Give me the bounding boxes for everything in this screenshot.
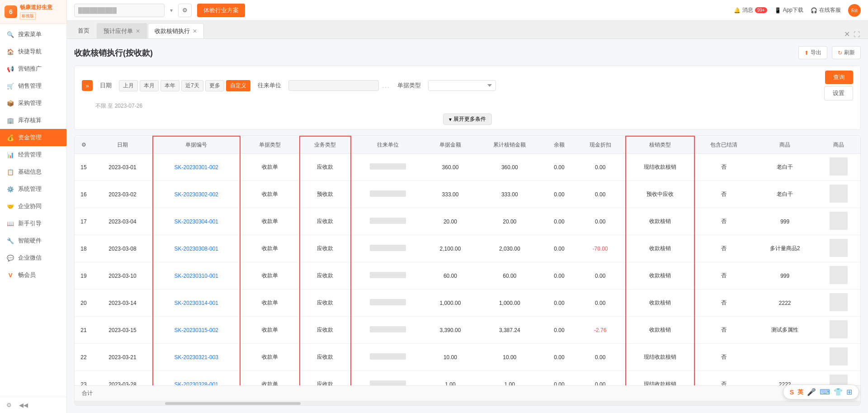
td-balance: 0.00 bbox=[543, 235, 575, 262]
th-bill-no[interactable]: 单据编号 bbox=[153, 136, 240, 154]
floating-mic-icon[interactable]: 🎤 bbox=[807, 388, 816, 396]
th-date[interactable]: 日期 bbox=[93, 136, 153, 154]
query-btn[interactable]: 查询 bbox=[825, 71, 853, 84]
th-verify-type[interactable]: 核销类型 bbox=[626, 136, 694, 154]
app-download-label: App下载 bbox=[783, 6, 803, 14]
filter-settings-btn[interactable]: 设置 bbox=[824, 86, 853, 100]
th-cumulative[interactable]: 累计核销金额 bbox=[476, 136, 543, 154]
filter-expand-arrow[interactable]: » bbox=[82, 80, 93, 91]
td-bill-type: 收款单 bbox=[240, 262, 300, 290]
bill-no-link[interactable]: SK-20230321-003 bbox=[175, 354, 218, 361]
expand-more-btn[interactable]: ▾ 展开更多条件 bbox=[443, 114, 492, 125]
sidebar: 6 畅康道好生意 标推版 🔍 搜索菜单 🏠 快捷导航 📢 营销推广 🛒 销售管理… bbox=[0, 0, 67, 413]
sidebar-item-operations[interactable]: 📊 经营管理 bbox=[0, 146, 66, 163]
pre-receipt-close-icon[interactable]: ✕ bbox=[136, 28, 140, 34]
td-amount: 20.00 bbox=[425, 208, 476, 235]
tab-receipt-exec[interactable]: 收款核销执行 ✕ bbox=[148, 23, 204, 38]
sidebar-item-member[interactable]: V 畅会员 bbox=[0, 266, 66, 284]
user-avatar[interactable]: Rit bbox=[848, 4, 861, 17]
date-btn-this-year[interactable]: 本年 bbox=[160, 80, 179, 91]
sidebar-item-purchase[interactable]: 📦 采购管理 bbox=[0, 95, 66, 112]
refresh-btn[interactable]: ↻ 刷新 bbox=[832, 46, 861, 59]
bill-no-link[interactable]: SK-20230302-002 bbox=[175, 191, 218, 198]
date-btn-more[interactable]: 更多 bbox=[205, 80, 224, 91]
settings-gear-btn[interactable]: ⚙ bbox=[178, 4, 192, 17]
sidebar-item-inventory[interactable]: 🏢 库存核算 bbox=[0, 112, 66, 129]
sidebar-item-hardware[interactable]: 🔧 智能硬件 bbox=[0, 232, 66, 249]
notification-btn[interactable]: 🔔 消息 99+ bbox=[734, 6, 767, 14]
th-include-settled[interactable]: 包含已结清 bbox=[694, 136, 754, 154]
floating-shirt-icon[interactable]: 👕 bbox=[834, 388, 843, 396]
partner-filter-label: 往来单位 bbox=[258, 81, 281, 90]
td-date: 2023-03-02 bbox=[93, 181, 153, 208]
td-date: 2023-03-01 bbox=[93, 154, 153, 181]
receipt-type-select[interactable] bbox=[428, 80, 496, 91]
td-partner bbox=[351, 235, 425, 262]
td-partner bbox=[351, 344, 425, 371]
receipt-exec-close-icon[interactable]: ✕ bbox=[193, 28, 197, 34]
td-bill-no: SK-20230314-001 bbox=[153, 290, 240, 317]
sidebar-label-guide: 新手引导 bbox=[18, 219, 42, 228]
td-balance: 0.00 bbox=[543, 317, 575, 344]
bill-no-link[interactable]: SK-20230314-001 bbox=[175, 300, 218, 306]
sidebar-item-wechat[interactable]: 💬 企业微信 bbox=[0, 249, 66, 266]
th-amount[interactable]: 单据金额 bbox=[425, 136, 476, 154]
td-biz-type: 预收款 bbox=[300, 181, 351, 208]
date-btn-this-month[interactable]: 本月 bbox=[140, 80, 159, 91]
marketing-icon: 📢 bbox=[6, 65, 14, 73]
th-bill-type[interactable]: 单据类型 bbox=[240, 136, 300, 154]
bill-no-link[interactable]: SK-20230301-002 bbox=[175, 164, 218, 171]
filter-action-area: 查询 设置 bbox=[824, 71, 853, 100]
td-partner bbox=[351, 208, 425, 235]
horizontal-scrollbar[interactable] bbox=[75, 401, 860, 405]
date-btn-last-month[interactable]: 上月 bbox=[119, 80, 138, 91]
floating-keyboard-icon[interactable]: ⌨ bbox=[820, 388, 830, 396]
bill-no-link[interactable]: SK-20230310-001 bbox=[175, 273, 218, 279]
sidebar-item-finance[interactable]: 💰 资金管理 bbox=[0, 129, 66, 146]
sidebar-item-system[interactable]: ⚙️ 系统管理 bbox=[0, 180, 66, 198]
th-biz-type[interactable]: 业务类型 bbox=[300, 136, 351, 154]
th-gear[interactable]: ⚙ bbox=[75, 136, 93, 154]
sidebar-item-sales[interactable]: 🛒 销售管理 bbox=[0, 77, 66, 95]
th-product2[interactable]: 商品 bbox=[816, 136, 860, 154]
export-label: 导出 bbox=[811, 49, 821, 57]
sidebar-item-quick[interactable]: 🏠 快捷导航 bbox=[0, 43, 66, 60]
export-btn[interactable]: ⬆ 导出 bbox=[798, 46, 827, 59]
partner-input[interactable] bbox=[288, 80, 379, 91]
bill-no-link[interactable]: SK-20230315-002 bbox=[175, 327, 218, 333]
sidebar-item-search[interactable]: 🔍 搜索菜单 bbox=[0, 26, 66, 43]
floating-grid-icon[interactable]: ⊞ bbox=[846, 388, 852, 396]
th-cash-discount[interactable]: 现金折扣 bbox=[575, 136, 625, 154]
online-service-btn[interactable]: 🎧 在线客服 bbox=[811, 6, 841, 14]
collapse-icon[interactable]: ◀◀ bbox=[19, 402, 28, 408]
bill-no-link[interactable]: SK-20230308-001 bbox=[175, 246, 218, 252]
table-container[interactable]: ⚙ 日期 单据编号 单据类型 业务类型 往来单位 单据金额 累计核销金额 余额 … bbox=[75, 136, 860, 385]
sidebar-item-base[interactable]: 📋 基础信息 bbox=[0, 163, 66, 180]
tab-pre-receipt[interactable]: 预计应付单 ✕ bbox=[97, 23, 147, 38]
bill-no-link[interactable]: SK-20230328-001 bbox=[175, 381, 218, 386]
date-btn-7days[interactable]: 近7天 bbox=[181, 80, 203, 91]
solution-btn[interactable]: 体验行业方案 bbox=[197, 4, 245, 17]
settings-icon[interactable]: ⚙ bbox=[6, 402, 12, 408]
notification-badge: 99+ bbox=[755, 7, 767, 13]
tab-expand-icon[interactable]: ⛶ bbox=[854, 31, 860, 38]
sidebar-bottom: ⚙ ◀◀ bbox=[0, 397, 66, 413]
td-no: 20 bbox=[75, 290, 93, 317]
th-product[interactable]: 商品 bbox=[753, 136, 816, 154]
th-balance[interactable]: 余额 bbox=[543, 136, 575, 154]
sidebar-item-enterprise[interactable]: 🤝 企业协同 bbox=[0, 198, 66, 215]
app-download-btn[interactable]: 📱 App下载 bbox=[774, 6, 803, 14]
th-partner[interactable]: 往来单位 bbox=[351, 136, 425, 154]
dropdown-chevron-icon[interactable]: ▾ bbox=[170, 7, 173, 14]
bill-no-link[interactable]: SK-20230304-001 bbox=[175, 218, 218, 225]
sidebar-item-guide[interactable]: 📖 新手引导 bbox=[0, 215, 66, 232]
tab-home[interactable]: 首页 bbox=[71, 23, 96, 38]
td-no: 17 bbox=[75, 208, 93, 235]
sidebar-item-marketing[interactable]: 📢 营销推广 bbox=[0, 60, 66, 77]
scrollbar-thumb[interactable] bbox=[165, 402, 301, 405]
tab-close-all-icon[interactable]: ✕ bbox=[844, 30, 850, 38]
tabbar: 首页 预计应付单 ✕ 收款核销执行 ✕ ✕ ⛶ bbox=[67, 21, 868, 39]
date-btn-custom[interactable]: 自定义 bbox=[226, 80, 250, 91]
td-verify-type: 收款核销 bbox=[626, 317, 694, 344]
td-include-settled: 否 bbox=[694, 290, 754, 317]
